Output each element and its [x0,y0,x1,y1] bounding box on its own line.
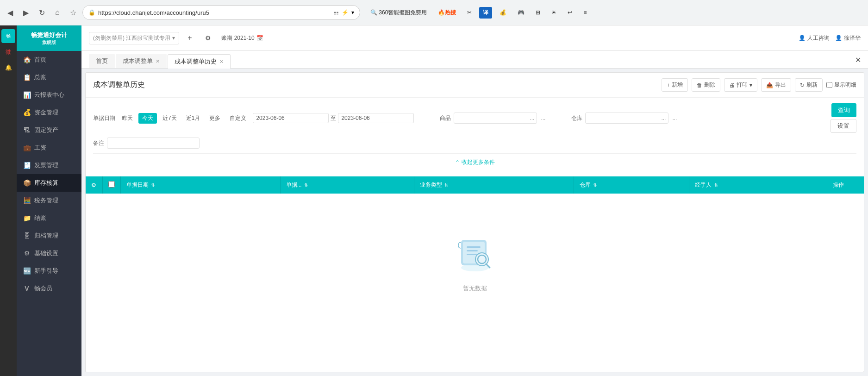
data-table: ⚙ 单据日期 ⇅ 单据... ⇅ [86,176,864,194]
grid-button[interactable]: ⊞ [532,7,544,18]
warehouse-filter: 仓库 ... [571,113,677,124]
tab-home[interactable]: 首页 [89,54,115,68]
filter-row-remarks: 备注 [93,138,856,149]
th-biz-type[interactable]: 业务类型 ⇅ [414,176,574,194]
print-chevron: ▾ [749,82,752,88]
sidebar-item-salary[interactable]: 💼 工资 [17,139,81,157]
th-gear[interactable]: ⚙ [86,176,102,194]
th-warehouse[interactable]: 仓库 ⇅ [574,176,689,194]
new-button[interactable]: + 新增 [662,78,688,92]
select-all-checkbox[interactable] [108,181,115,188]
smart-clip-button[interactable]: 🔍 360智能抠图免费用 [367,7,431,19]
sidebar-item-fixed-assets[interactable]: 🏗 固定资产 [17,121,81,139]
th-check[interactable] [102,176,120,194]
goods-filter: 商品 ... [440,113,545,124]
custom-btn[interactable]: 自定义 [226,113,250,124]
goods-more-btn[interactable]: ... [541,115,545,121]
add-company-button[interactable]: + [185,33,194,43]
sidebar-item-invoice[interactable]: 🧾 发票管理 [17,157,81,174]
inventory-icon: 📦 [23,179,31,187]
sidebar-item-archive[interactable]: 🗄 归档管理 [17,227,81,244]
user-profile[interactable]: 👤 徐泽华 [835,34,861,42]
sidebar-item-inventory[interactable]: 📦 库存核算 [17,174,81,192]
tab-close-all[interactable]: ✕ [851,53,864,66]
display-toggle-checkbox[interactable] [826,82,832,88]
more-btn[interactable]: 更多 [206,113,224,124]
tax-icon: 🧮 [23,197,31,204]
sidebar-item-guide[interactable]: 🆕 新手引导 [17,262,81,280]
1month-btn[interactable]: 近1月 [182,113,204,124]
service-icon: 👤 [799,35,806,41]
collapse-button[interactable]: ⌃ 收起更多条件 [451,157,499,168]
warehouse-more-btn[interactable]: ... [672,115,677,121]
remarks-input[interactable] [107,138,200,149]
table-header-row: ⚙ 单据日期 ⇅ 单据... ⇅ [86,176,864,194]
date-shortcuts: 昨天 今天 近7天 近1月 更多 自定义 [118,113,250,124]
today-btn[interactable]: 今天 [138,113,157,124]
settings-icon: ⚙ [23,250,31,257]
export-button[interactable]: 📤 导出 [761,78,791,92]
plus-icon: + [667,82,670,88]
tab-cost-adjust[interactable]: 成本调整单 ✕ [116,54,167,68]
menu-button[interactable]: ≡ [580,7,590,18]
tab-cost-adjust-history[interactable]: 成本调整单历史 ✕ [168,54,231,69]
sidebar-item-closing[interactable]: 📁 结账 [17,209,81,227]
app-icon[interactable]: 畅 [1,29,15,43]
th-date[interactable]: 单据日期 ⇅ [120,176,280,194]
refresh-button[interactable]: ↻ 刷新 [795,78,823,92]
forward-button[interactable]: ▶ [19,6,32,19]
star-button[interactable]: ☆ [67,6,80,19]
brightness-button[interactable]: ☀ [548,7,560,18]
settings-gear-button[interactable]: ⚙ [200,32,216,44]
sidebar-item-settings[interactable]: ⚙ 基础设置 [17,244,81,262]
display-toggle[interactable]: 显示明细 [826,81,856,89]
calendar-icon[interactable]: 📅 [256,35,263,41]
query-button[interactable]: 查询 [831,103,856,117]
sidebar: 畅捷通好会计 旗舰版 🏠 首页 📋 总账 📊 云报表中心 💰 资金管理 [17,25,81,376]
weibo-icon[interactable]: 微 [1,45,15,59]
guide-icon: 🆕 [23,267,31,275]
funds-icon: 💰 [23,109,31,116]
service-button[interactable]: 👤 人工咨询 [799,34,830,42]
sidebar-item-member[interactable]: V 畅会员 [17,280,81,297]
print-button[interactable]: 🖨 打印 ▾ [724,78,757,92]
search-icon: 🔍 [370,9,377,16]
warehouse-input[interactable] [585,113,668,124]
sidebar-item-tax[interactable]: 🧮 税务管理 [17,192,81,209]
sidebar-item-home[interactable]: 🏠 首页 [17,51,81,69]
goods-select-wrapper [454,113,537,124]
7days-btn[interactable]: 近7天 [159,113,181,124]
date-from-input[interactable] [253,113,329,123]
delete-button[interactable]: 🗑 删除 [692,78,720,92]
sort-number-icon: ⇅ [304,182,308,188]
sidebar-item-funds[interactable]: 💰 资金管理 [17,104,81,121]
hot-search-button[interactable]: 🔥热搜 [434,7,460,19]
home-button[interactable]: ⌂ [51,6,64,19]
tab-cost-adjust-close[interactable]: ✕ [156,58,160,64]
date-to-input[interactable] [338,113,414,123]
yesterday-btn[interactable]: 昨天 [118,113,137,124]
sidebar-item-reports[interactable]: 📊 云报表中心 [17,86,81,104]
sort-biz-icon: ⇅ [444,182,448,188]
tab-cost-adjust-history-close[interactable]: ✕ [219,59,224,65]
refresh-button[interactable]: ↻ [35,6,48,19]
back-button[interactable]: ◀ [4,6,17,19]
goods-input[interactable] [454,113,537,124]
game-button[interactable]: 🎮 [514,7,528,18]
undo-button[interactable]: ↩ [564,7,576,18]
address-bar[interactable]: 🔒 https://cloud.chanjet.com/accounting/u… [82,5,360,20]
chevron-down-icon: ▾ [351,9,354,16]
wallet-button[interactable]: 💰 [496,7,510,18]
th-number[interactable]: 单据... ⇅ [280,176,414,194]
th-operator[interactable]: 经手人 ⇅ [689,176,827,194]
company-selector[interactable]: (勿删勿禁用) 江西服宝测试专用 ▾ [89,32,179,44]
top-bar-actions: 👤 人工咨询 👤 徐泽华 [799,34,861,42]
date-filter-label: 单据日期 [93,114,115,122]
filter-settings-button[interactable]: 设置 [831,119,856,133]
gear-icon[interactable]: ⚙ [91,182,96,188]
notification-icon[interactable]: 🔔 [1,61,15,75]
sidebar-item-ledger[interactable]: 📋 总账 [17,69,81,86]
scissors-button[interactable]: ✂ [463,7,475,18]
empty-state: 暂无数据 [86,194,864,330]
translate-button[interactable]: 译 [479,7,492,19]
